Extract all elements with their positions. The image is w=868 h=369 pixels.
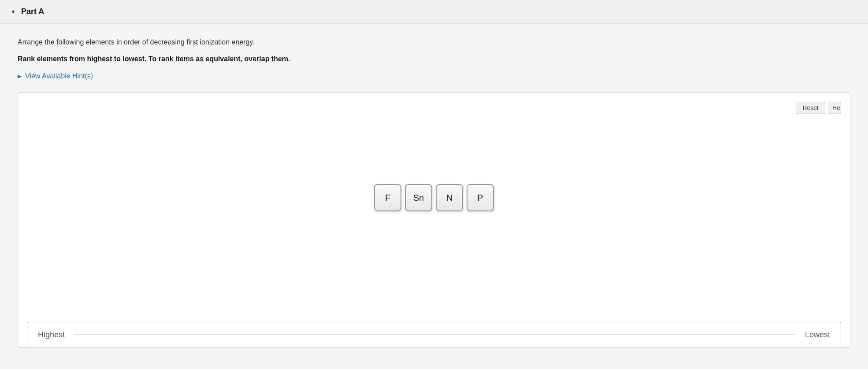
ranking-bar-container: Highest Lowest: [18, 322, 850, 347]
element-tile-N[interactable]: N: [436, 184, 463, 211]
part-title: Part A: [21, 7, 44, 16]
top-buttons: Reset He: [27, 102, 841, 114]
element-tile-F[interactable]: F: [374, 184, 401, 211]
interactive-box: Reset He F Sn N P Highest Lowest: [18, 92, 850, 348]
reset-button[interactable]: Reset: [796, 102, 825, 114]
hint-arrow-icon: ▶: [18, 73, 22, 79]
lowest-label: Lowest: [805, 330, 830, 339]
elements-area: F Sn N P: [27, 118, 841, 277]
highest-label: Highest: [38, 330, 65, 339]
collapse-icon[interactable]: ▼: [11, 9, 16, 15]
hint-link[interactable]: ▶ View Available Hint(s): [18, 72, 850, 80]
hint-link-text: View Available Hint(s): [25, 72, 93, 80]
part-header: ▼ Part A: [0, 0, 868, 24]
help-button[interactable]: He: [828, 102, 841, 114]
element-tile-Sn[interactable]: Sn: [405, 184, 432, 211]
page-container: ▼ Part A Arrange the following elements …: [0, 0, 868, 369]
content-area: Arrange the following elements in order …: [0, 24, 868, 361]
rank-instruction: Rank elements from highest to lowest. To…: [18, 54, 850, 64]
instruction-text: Arrange the following elements in order …: [18, 37, 850, 48]
element-tile-P[interactable]: P: [467, 184, 494, 211]
ranking-line: [74, 335, 796, 335]
ranking-bar[interactable]: Highest Lowest: [27, 322, 841, 347]
